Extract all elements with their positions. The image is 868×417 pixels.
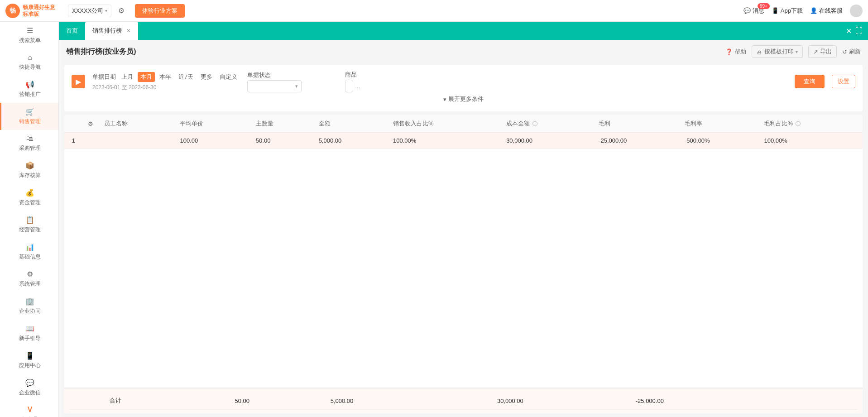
status-filter: 单据状态 [247,71,338,92]
filter-settings-button[interactable]: 设置 [832,75,855,88]
app-label: App下载 [781,7,803,15]
sidebar-item-sales[interactable]: 🛒 销售管理 [0,103,58,130]
footer-gross-pct-cell [816,392,857,410]
col-settings[interactable]: ⚙ [82,115,99,133]
app-icon: 📱 [772,7,779,14]
date-option-custom[interactable]: 自定义 [217,72,240,82]
date-option-last-month[interactable]: 上月 [119,72,136,82]
operation-icon: 📋 [25,216,34,224]
sidebar-item-guide[interactable]: 📖 新手引导 [0,320,58,347]
enterprise-icon: 🏢 [25,297,34,306]
print-icon: 🖨 [757,48,762,55]
help-button[interactable]: ❓ 帮助 [725,48,746,56]
logo-area: 畅 畅康通好生意 标准版 [5,4,55,18]
message-badge: 99+ [758,3,770,9]
table-wrap[interactable]: ⚙ 员工名称 平均单价 主数量 全额 销售收入占比% 成本全额 ⓘ 毛利 毛利率 [64,115,863,388]
sidebar-item-enterprise[interactable]: 🏢 企业协同 [0,292,58,320]
sidebar-item-quick-nav[interactable]: ⌂ 快捷导航 [0,49,58,76]
search-button[interactable]: 查询 [795,75,825,88]
sidebar-item-system[interactable]: ⚙ 系统管理 [0,265,58,292]
message-button[interactable]: 💬 消息 99+ [743,7,764,15]
tab-home[interactable]: 首页 [59,22,85,40]
sidebar-item-operation[interactable]: 📋 经营管理 [0,211,58,238]
footer-cost-total-cell: 30,000.00 [492,392,630,410]
cell-gross-pct: 100.00% [758,133,863,149]
message-icon: 💬 [743,7,751,14]
sidebar-item-inventory[interactable]: 📦 库存核算 [0,157,58,184]
online-service-button[interactable]: 👤 在线客服 [810,7,843,15]
company-selector[interactable]: XXXXX公司 ▾ [68,5,111,17]
cost-info-icon[interactable]: ⓘ [532,121,537,126]
cell-sales-pct: 100.00% [388,133,501,149]
sidebar-item-label: 系统管理 [19,280,41,288]
tab-home-label: 首页 [66,27,78,35]
cell-avg-price: 100.00 [174,133,250,149]
sidebar-item-label: 应用中心 [19,362,41,369]
sidebar-item-label: 采购管理 [19,144,41,152]
footer-row: 合计 50.00 5,000.00 30,000.00 -25,000.00 [70,392,857,410]
top-bar-left: 畅 畅康通好生意 标准版 XXXXX公司 ▾ ⚙ 体验行业方案 [5,4,185,18]
refresh-label: 刷新 [849,48,861,56]
sidebar: ☰ 搜索菜单 ⌂ 快捷导航 📢 营销推广 🛒 销售管理 🛍 采购管理 📦 库 [0,22,59,417]
sidebar-item-label: 营销推广 [19,91,41,98]
refresh-icon: ↺ [842,48,847,55]
sidebar-item-basic-info[interactable]: 📊 基础信息 [0,238,58,265]
tab-close-all-icon[interactable]: ✕ [846,27,852,35]
cell-gross-profit: -25,000.00 [593,133,679,149]
col-sales-pct: 销售收入占比% [388,115,501,133]
topbar-settings-button[interactable]: ⚙ [115,5,128,17]
app-center-icon: 📱 [25,351,34,360]
table-card: ⚙ 员工名称 平均单价 主数量 全额 销售收入占比% 成本全额 ⓘ 毛利 毛利率 [64,115,863,413]
page-title: 销售排行榜(按业务员) [66,47,136,57]
sidebar-item-label: 搜索菜单 [19,37,41,44]
footer-settings-cell [88,392,104,410]
col-name: 员工名称 [99,115,174,133]
service-icon: 👤 [810,7,817,14]
expand-more-button[interactable]: ▾ 展开更多条件 [443,95,484,103]
tab-bar: 首页 销售排行榜 ✕ ✕ ⛶ [59,22,868,40]
tab-close-icon[interactable]: ✕ [126,28,131,34]
print-dropdown-arrow: ▾ [796,49,798,54]
sidebar-item-app-center[interactable]: 📱 应用中心 [0,347,58,374]
app-download-button[interactable]: 📱 App下载 [772,7,803,15]
sidebar-item-finance[interactable]: 💰 资金管理 [0,184,58,211]
tab-sales-ranking-label: 销售排行榜 [92,27,122,35]
date-option-this-month[interactable]: 本月 [138,72,155,82]
refresh-button[interactable]: ↺ 刷新 [842,48,861,56]
sidebar-item-wechat[interactable]: 💬 企业微信 [0,374,58,401]
date-option-7days[interactable]: 近7天 [176,72,196,82]
footer-sales-pct-cell [451,392,492,410]
sales-icon: 🛒 [25,107,34,116]
status-select[interactable] [247,80,302,92]
guide-icon: 📖 [25,324,34,333]
filter-row: ▶ 单据日期 上月 本月 本年 近7天 更多 [72,71,855,92]
filter-expand-toggle[interactable]: ▶ [72,75,85,88]
date-option-more[interactable]: 更多 [198,72,215,82]
sidebar-item-search[interactable]: ☰ 搜索菜单 [0,22,58,49]
user-avatar[interactable] [850,5,863,17]
print-button[interactable]: 🖨 按模板打印 ▾ [752,45,803,58]
footer-gross-profit-cell: -25,000.00 [630,392,776,410]
goods-dots-button[interactable]: ... [355,83,360,90]
tab-fullscreen-icon[interactable]: ⛶ [855,27,863,35]
trial-button[interactable]: 体验行业方案 [135,4,185,18]
footer-total-cell: 5,000.00 [325,392,451,410]
vip-icon: V [28,406,33,414]
purchase-icon: 🛍 [26,134,34,143]
goods-input[interactable] [345,80,353,92]
sidebar-item-purchase[interactable]: 🛍 采购管理 [0,130,58,157]
export-button[interactable]: ↗ 导出 [808,45,837,58]
data-table: ⚙ 员工名称 平均单价 主数量 全额 销售收入占比% 成本全额 ⓘ 毛利 毛利率 [64,115,863,149]
top-bar: 畅 畅康通好生意 标准版 XXXXX公司 ▾ ⚙ 体验行业方案 💬 消息 99+… [0,0,868,22]
basic-info-icon: 📊 [25,243,34,251]
export-icon: ↗ [813,48,818,55]
sidebar-item-vip[interactable]: V 畅会员 [0,401,58,417]
finance-icon: 💰 [25,188,34,197]
tab-sales-ranking[interactable]: 销售排行榜 ✕ [85,22,138,40]
date-option-this-year[interactable]: 本年 [157,72,174,82]
logo-icon: 畅 [5,4,20,18]
gross-pct-info-icon[interactable]: ⓘ [796,121,801,126]
main-area: ☰ 搜索菜单 ⌂ 快捷导航 📢 营销推广 🛒 销售管理 🛍 采购管理 📦 库 [0,22,868,417]
filter-card: ▶ 单据日期 上月 本月 本年 近7天 更多 [64,65,863,111]
sidebar-item-marketing[interactable]: 📢 营销推广 [0,76,58,103]
